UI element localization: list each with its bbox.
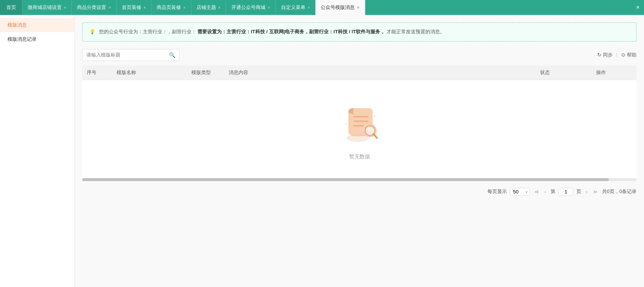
empty-illustration: ✦ ✦ — [337, 103, 382, 147]
current-page-input[interactable] — [558, 188, 573, 196]
col-content: 消息内容 — [224, 65, 536, 80]
nav-tab-custom-menu-close[interactable]: × — [308, 5, 310, 10]
svg-text:✦: ✦ — [373, 114, 376, 118]
nav-tab-home[interactable]: 首页 — [0, 0, 22, 15]
nav-tab-product-category-close[interactable]: × — [108, 5, 111, 10]
sync-icon: ↻ — [597, 52, 601, 58]
page-suffix: 页 — [576, 188, 581, 195]
sync-label: 同步 — [603, 52, 613, 58]
search-button[interactable]: 🔍 — [169, 52, 175, 58]
col-status: 状态 — [536, 65, 592, 80]
nav-tab-template-msg[interactable]: 公众号模版消息 × — [315, 0, 365, 15]
nav-tab-product-decor-label: 商品页装修 — [157, 4, 181, 11]
nav-tab-home-decor-label: 首页装修 — [122, 4, 141, 11]
sidebar-item-template-msg[interactable]: 模版消息 — [0, 18, 74, 32]
close-all-tabs-button[interactable]: × — [632, 4, 644, 11]
search-actions: ↻ 同步 | ⊙ 帮助 — [597, 52, 637, 58]
col-action: 操作 — [592, 65, 637, 80]
svg-point-8 — [367, 128, 370, 131]
nav-tab-weishop-label: 微商城店铺设置 — [28, 4, 62, 11]
sidebar-item-template-msg-label: 模版消息 — [7, 22, 27, 28]
last-page-button[interactable]: ⊳ — [592, 188, 599, 195]
help-button[interactable]: ⊙ 帮助 — [621, 52, 637, 58]
nav-tab-weishop-settings[interactable]: 微商城店铺设置 × — [22, 0, 72, 15]
prev-page-button[interactable]: ‹ — [543, 188, 548, 195]
nav-tab-template-msg-label: 公众号模版消息 — [321, 4, 355, 11]
first-page-button[interactable]: ⊲ — [533, 188, 540, 195]
nav-tab-home-decor-close[interactable]: × — [144, 5, 146, 10]
svg-text:✦: ✦ — [345, 122, 347, 126]
sidebar-item-template-msg-log[interactable]: 模版消息记录 — [0, 32, 74, 46]
nav-tab-weishop-close[interactable]: × — [64, 5, 66, 10]
empty-text: 暂无数据 — [82, 153, 637, 160]
nav-tab-open-wechat-close[interactable]: × — [268, 5, 270, 10]
page-total: 共0页，0条记录 — [602, 188, 637, 195]
nav-tab-template-msg-close[interactable]: × — [357, 5, 359, 10]
sidebar-item-template-msg-log-label: 模版消息记录 — [7, 36, 37, 42]
notice-highlight: 需要设置为：主营行业：IT科技 / 互联网|电子商务，副营行业：IT科技 / I… — [197, 29, 385, 34]
nav-tab-custom-menu-label: 自定义菜单 — [281, 4, 305, 11]
sidebar: 模版消息 模版消息记录 — [0, 15, 75, 287]
help-label: 帮助 — [627, 52, 637, 58]
table-container: 序号 模版名称 模版类型 消息内容 状态 操作 — [82, 65, 637, 181]
top-nav: 首页 微商城店铺设置 × 商品分类设置 × 首页装修 × 商品页装修 × 店铺主… — [0, 0, 644, 15]
nav-tab-home-decor[interactable]: 首页装修 × — [117, 0, 151, 15]
page-size-select-wrap[interactable]: 10 20 50 100 — [510, 188, 530, 196]
col-seq: 序号 — [82, 65, 112, 80]
notice-text-2: 才能正常发送预置的消息。 — [386, 29, 445, 34]
table-header-row: 序号 模版名称 模版类型 消息内容 状态 操作 — [82, 65, 637, 80]
content-area: 💡 您的公众号行业为：主营行业：，副营行业： 需要设置为：主营行业：IT科技 /… — [75, 15, 644, 287]
nav-tab-product-decor[interactable]: 商品页装修 × — [151, 0, 191, 15]
col-name: 模版名称 — [112, 65, 187, 80]
notice-icon: 💡 — [89, 29, 95, 34]
data-table: 序号 模版名称 模版类型 消息内容 状态 操作 — [82, 65, 637, 175]
notice-box: 💡 您的公众号行业为：主营行业：，副营行业： 需要设置为：主营行业：IT科技 /… — [82, 22, 637, 42]
nav-tab-shop-theme[interactable]: 店铺主题 × — [191, 0, 226, 15]
empty-state-row: ✦ ✦ 暂无数据 — [82, 80, 637, 175]
nav-tab-product-decor-close[interactable]: × — [183, 5, 185, 10]
empty-state: ✦ ✦ 暂无数据 — [82, 80, 637, 175]
col-type: 模版类型 — [187, 65, 224, 80]
page-label: 第 — [551, 188, 555, 195]
nav-tab-open-wechat-label: 开通公众号商城 — [231, 4, 265, 11]
search-input[interactable] — [86, 52, 169, 58]
main-layout: 模版消息 模版消息记录 💡 您的公众号行业为：主营行业：，副营行业： 需要设置为… — [0, 15, 644, 287]
nav-tab-custom-menu[interactable]: 自定义菜单 × — [276, 0, 315, 15]
nav-tab-home-label: 首页 — [6, 4, 16, 11]
pagination: 每页显示 10 20 50 100 ⊲ ‹ 第 页 › ⊳ 共0页，0条记录 — [82, 184, 637, 197]
next-page-button[interactable]: › — [584, 188, 589, 195]
scroll-thumb[interactable] — [82, 178, 609, 181]
sync-button[interactable]: ↻ 同步 — [597, 52, 613, 58]
divider: | — [616, 52, 617, 58]
nav-tab-open-wechat[interactable]: 开通公众号商城 × — [226, 0, 275, 15]
nav-tab-shop-theme-label: 店铺主题 — [197, 4, 216, 11]
page-size-label: 每页显示 — [487, 188, 507, 195]
nav-tab-shop-theme-close[interactable]: × — [218, 5, 221, 10]
search-bar: 🔍 ↻ 同步 | ⊙ 帮助 — [82, 49, 637, 61]
help-icon: ⊙ — [621, 52, 625, 58]
nav-tab-product-category-label: 商品分类设置 — [77, 4, 106, 11]
nav-tab-product-category[interactable]: 商品分类设置 × — [72, 0, 116, 15]
notice-text-1: 您的公众号行业为：主营行业：，副营行业： — [99, 29, 196, 34]
search-input-wrap[interactable]: 🔍 — [82, 49, 179, 61]
page-size-select[interactable]: 10 20 50 100 — [510, 188, 530, 196]
horizontal-scrollbar[interactable] — [82, 178, 637, 181]
